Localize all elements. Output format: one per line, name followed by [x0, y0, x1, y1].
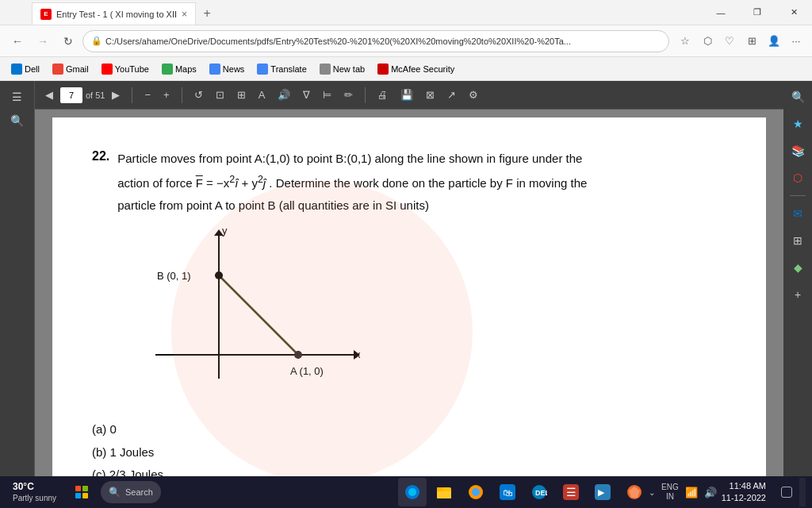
sidebar-bookmark-button[interactable]: ★	[787, 113, 809, 135]
bookmark-youtube[interactable]: YouTube	[97, 62, 154, 76]
page-number-input[interactable]	[60, 87, 82, 103]
maps-icon	[162, 64, 173, 75]
bookmark-newtab[interactable]: New tab	[315, 62, 370, 76]
sidebar-library-button[interactable]: 📚	[787, 140, 809, 162]
weather-temp: 30°C	[13, 481, 56, 494]
svg-text:▶: ▶	[598, 487, 605, 497]
address-input[interactable]: 🔒 C:/Users/ahame/OneDrive/Documents/pdfs…	[82, 30, 669, 52]
taskbar-app7[interactable]: ▶	[588, 478, 617, 506]
taskbar-dell-app[interactable]: DELL	[525, 478, 553, 506]
screenshot-icon[interactable]: ⬡	[698, 32, 717, 51]
more-button[interactable]: ···	[787, 32, 806, 51]
highlight-button[interactable]: ⊨	[319, 87, 335, 103]
search-icon: 🔍	[109, 487, 121, 498]
sidebar-search-button[interactable]: 🔍	[787, 86, 809, 108]
pdf-menu-button[interactable]: ☰	[3, 86, 32, 108]
taskbar-app6[interactable]: ☰	[557, 478, 585, 506]
zoom-out-button[interactable]: −	[140, 87, 155, 103]
wifi-icon[interactable]: 📶	[685, 487, 698, 498]
peek-button[interactable]	[799, 478, 806, 506]
mcafee-icon	[377, 64, 389, 75]
next-page-button[interactable]: ▶	[108, 87, 124, 103]
question-line1: Particle moves from point A:(1,0) to poi…	[117, 149, 587, 168]
tab-close-button[interactable]: ×	[182, 9, 187, 20]
share-button[interactable]: ⊠	[422, 87, 439, 103]
newtab-icon	[320, 64, 331, 75]
svg-text:DELL: DELL	[535, 489, 547, 497]
bookmark-dell[interactable]: Dell	[6, 62, 44, 76]
reload-button[interactable]: ↻	[57, 30, 79, 52]
print-button[interactable]: 🖨	[373, 87, 392, 103]
fit-page-button[interactable]: ⊡	[212, 87, 228, 103]
tray-caret[interactable]: ⌄	[649, 488, 655, 497]
youtube-icon	[102, 64, 113, 75]
bookmark-gmail[interactable]: Gmail	[48, 62, 94, 76]
annotation-button[interactable]: ∇	[299, 87, 314, 103]
text-button[interactable]: A	[255, 87, 270, 103]
settings-button[interactable]: ⚙	[465, 87, 482, 103]
sidebar-outlook-button[interactable]: ✉	[787, 202, 809, 225]
sidebar-office-button[interactable]: ⬡	[787, 167, 809, 189]
save-button[interactable]: 💾	[396, 87, 417, 103]
draw-button[interactable]: ✏	[340, 87, 357, 103]
svg-text:☰: ☰	[566, 486, 576, 498]
bookmark-news[interactable]: News	[205, 62, 250, 76]
system-clock[interactable]: 11:48 AM 11-12-2022	[722, 480, 766, 505]
taskbar-store-app[interactable]: 🛍	[493, 478, 522, 506]
forward-button[interactable]: →	[32, 30, 54, 52]
right-sidebar: 🔍 ★ 📚 ⬡ ✉ ⊞ ◆ +	[783, 81, 812, 508]
pdf-content[interactable]: 22. Particle moves from point A:(1,0) to…	[35, 110, 783, 508]
start-button[interactable]	[67, 478, 96, 506]
browser-tab[interactable]: E Entry Test - 1 ( XI moving to XII ×	[32, 2, 196, 25]
minimize-button[interactable]: —	[703, 0, 739, 25]
search-bar[interactable]: 🔍 Search	[101, 481, 161, 503]
weather-condition: Partly sunny	[13, 493, 56, 503]
svg-point-14	[408, 488, 416, 496]
rotate-button[interactable]: ↺	[190, 87, 207, 103]
profile-icon[interactable]: 👤	[764, 32, 783, 51]
taskbar-explorer-app[interactable]	[430, 478, 458, 506]
notification-button[interactable]	[779, 478, 795, 506]
maximize-button[interactable]: ❐	[739, 0, 776, 25]
toolbar-separator-1	[132, 87, 132, 103]
taskbar-brave-app[interactable]	[620, 478, 649, 506]
zoom-in-button[interactable]: +	[159, 87, 174, 103]
sidebar-apps-button[interactable]: ⊞	[787, 229, 809, 252]
sidebar-add-button[interactable]: +	[787, 283, 809, 306]
sidebar-divider	[790, 195, 806, 196]
tab-title: Entry Test - 1 ( XI moving to XII	[56, 10, 177, 19]
pdf-search-button[interactable]: 🔍	[3, 110, 32, 132]
new-tab-button[interactable]: +	[196, 2, 218, 25]
weather-info[interactable]: 30°C Partly sunny	[6, 481, 63, 504]
bookmark-mcafee[interactable]: McAfee Security	[373, 62, 459, 76]
back-button[interactable]: ←	[6, 30, 29, 52]
collections-icon[interactable]: ⊞	[742, 32, 761, 51]
speaker-icon[interactable]: 🔊	[704, 487, 717, 498]
taskbar-edge-app[interactable]	[398, 478, 427, 506]
total-pages-label: of 51	[86, 90, 105, 100]
svg-text:y: y	[222, 228, 228, 237]
gmail-icon	[52, 64, 63, 75]
read-aloud-button[interactable]: 🔊	[274, 87, 294, 103]
coordinate-graph: y x A (1, 0)	[140, 228, 362, 402]
translate-icon	[257, 64, 268, 75]
page-nav-group: ◀ of 51 ▶	[41, 87, 124, 103]
taskbar-firefox-app[interactable]	[462, 478, 490, 506]
search-label: Search	[125, 487, 153, 497]
close-button[interactable]: ✕	[776, 0, 812, 25]
tab-favicon: E	[40, 9, 52, 20]
bookmark-translate[interactable]: Translate	[252, 62, 311, 76]
toolbar-separator-2	[182, 87, 182, 103]
favorites-icon[interactable]: ♡	[720, 32, 739, 51]
svg-text:🛍: 🛍	[503, 487, 512, 498]
previous-page-button[interactable]: ◀	[41, 87, 57, 103]
sidebar-games-button[interactable]: ◆	[787, 256, 809, 279]
taskbar-center: 🛍 DELL ☰ ▶	[398, 478, 649, 506]
news-icon	[209, 64, 220, 75]
more-tools-button[interactable]: ↗	[443, 87, 460, 103]
bookmark-maps[interactable]: Maps	[157, 62, 201, 76]
clock-date: 11-12-2022	[722, 492, 766, 504]
bookmark-star-icon[interactable]: ☆	[676, 32, 695, 51]
view-mode-button[interactable]: ⊞	[233, 87, 250, 103]
svg-text:x: x	[355, 348, 361, 360]
